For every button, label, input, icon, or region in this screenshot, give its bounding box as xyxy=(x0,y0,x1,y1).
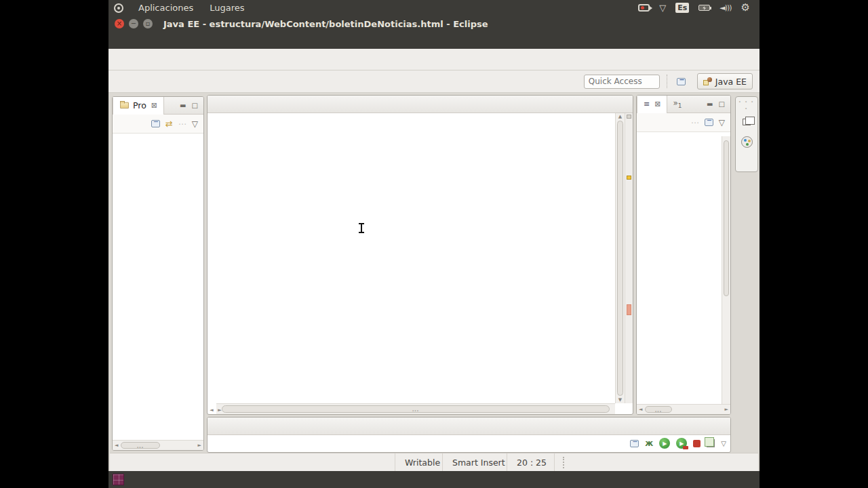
outline-toolbar: ⋯ ▽ xyxy=(637,113,730,132)
bottom-views-panel: ж ▶ ▶ ▽ xyxy=(207,417,731,453)
scroll-right-icon[interactable]: ► xyxy=(216,407,223,413)
focus-icon: ⋯ xyxy=(691,118,699,127)
menu-bar xyxy=(108,32,760,49)
window-maximize-button[interactable]: ▫ xyxy=(143,19,153,28)
writable-status: Writable xyxy=(395,453,442,472)
close-icon[interactable]: ⊠ xyxy=(654,100,660,108)
navigation-toolbar: Java EE xyxy=(108,70,760,93)
view-menu-icon[interactable]: ▽ xyxy=(721,440,726,447)
volume-icon[interactable]: ◄))) xyxy=(719,3,731,12)
overview-ruler[interactable] xyxy=(625,113,633,403)
servers-toolbar: ж ▶ ▶ ▽ xyxy=(630,438,726,449)
outline-tree xyxy=(637,139,722,404)
publish-icon[interactable] xyxy=(707,439,715,447)
perspective-button-javaee[interactable]: Java EE xyxy=(697,73,753,89)
maximize-view-icon[interactable]: □ xyxy=(192,102,198,109)
bottom-panel-tabs xyxy=(208,418,730,435)
project-explorer-tabs: Pro⊠ ▬□ xyxy=(113,97,203,115)
window-minimize-button[interactable]: − xyxy=(129,19,138,28)
applications-menu[interactable]: Aplicaciones xyxy=(130,0,201,16)
tab-project-explorer[interactable]: Pro⊠ xyxy=(113,97,164,115)
settings-gear-icon[interactable]: ⚙ xyxy=(741,0,750,16)
screen: Aplicaciones Lugares ▽ Es ◄))) ⚙ × − ▫ J… xyxy=(0,0,868,488)
editor-hscrollbar[interactable]: ◄ 🞄🞄🞄 ► xyxy=(216,403,615,414)
window-close-button[interactable]: × xyxy=(115,19,124,28)
editor-vscrollbar[interactable]: ▲ ▼ xyxy=(615,113,625,403)
collapse-all-icon[interactable] xyxy=(630,440,639,447)
collapse-all-icon[interactable] xyxy=(705,119,713,126)
scroll-left-icon[interactable]: ◄ xyxy=(208,407,215,413)
screen-recorder-icon[interactable] xyxy=(638,4,650,12)
window-titlebar: × − ▫ Java EE - estructura/WebContent/bo… xyxy=(108,16,760,32)
main-toolbar xyxy=(108,49,760,70)
collapse-all-icon[interactable] xyxy=(151,120,160,127)
quick-access-input[interactable] xyxy=(584,75,660,89)
warning-marker[interactable] xyxy=(627,176,631,180)
view-menu-icon[interactable]: ▽ xyxy=(192,119,198,129)
minimize-view-icon[interactable]: ▬ xyxy=(180,102,186,109)
outline-panel: ≡ ⊠ »1 ▬□ ⋯ ▽ ◄► 🞄🞄🞄 xyxy=(636,95,731,415)
places-menu[interactable]: Lugares xyxy=(201,0,252,16)
scroll-up-icon[interactable]: ▲ xyxy=(616,113,625,120)
scroll-down-icon[interactable]: ▼ xyxy=(616,396,625,403)
open-perspective-icon[interactable] xyxy=(675,75,688,88)
more-views-indicator[interactable]: »1 xyxy=(673,98,682,109)
window-list-taskbar xyxy=(108,471,760,488)
overview-header-marker xyxy=(627,115,631,119)
drag-handle[interactable]: 🞄 🞄 🞄 🞄 xyxy=(736,98,757,112)
restore-view-icon[interactable] xyxy=(743,119,751,125)
tab-outline[interactable]: ≡ ⊠ xyxy=(637,96,667,113)
workspace-switcher-icon[interactable] xyxy=(113,474,124,485)
collapsed-view-strip: 🞄 🞄 🞄 🞄 xyxy=(735,96,758,172)
insert-mode-status: Smart Insert xyxy=(442,453,507,472)
javaee-perspective-icon xyxy=(703,77,712,85)
start-server-icon[interactable]: ▶ xyxy=(659,438,670,449)
distro-logo-icon[interactable] xyxy=(114,3,123,13)
outline-vscrollbar[interactable] xyxy=(722,136,730,404)
editor-tabs xyxy=(208,96,633,113)
outline-hscrollbar[interactable]: ◄► 🞄🞄🞄 xyxy=(637,404,730,414)
project-tree xyxy=(113,138,201,440)
battery-icon[interactable] xyxy=(698,5,710,11)
outline-icon: ≡ xyxy=(644,100,650,108)
status-bar: Writable Smart Insert 20 : 25 xyxy=(110,453,758,471)
window-title: Java EE - estructura/WebContent/boletinD… xyxy=(163,19,488,29)
desktop: Aplicaciones Lugares ▽ Es ◄))) ⚙ × − ▫ J… xyxy=(108,0,760,488)
ubuntu-top-panel: Aplicaciones Lugares ▽ Es ◄))) ⚙ xyxy=(108,0,760,16)
keyboard-layout-indicator[interactable]: Es xyxy=(675,3,689,13)
view-menu-icon[interactable]: ▽ xyxy=(719,118,725,127)
project-explorer-toolbar: ⇄ ⋯ ▽ xyxy=(113,115,203,134)
maximize-view-icon[interactable]: □ xyxy=(719,100,725,108)
close-icon[interactable]: ⊠ xyxy=(151,101,157,110)
code-area[interactable] xyxy=(208,113,615,403)
caret-position-status: 20 : 25 xyxy=(507,453,554,472)
perspective-label: Java EE xyxy=(715,77,747,87)
project-explorer-icon xyxy=(120,102,129,108)
wifi-icon[interactable]: ▽ xyxy=(659,0,666,16)
stop-server-icon[interactable] xyxy=(693,440,701,447)
project-explorer-hscrollbar[interactable]: ◄► 🞄🞄🞄 xyxy=(113,440,203,450)
link-with-editor-icon[interactable]: ⇄ xyxy=(165,119,173,129)
profile-server-icon[interactable]: ▶ xyxy=(676,438,687,449)
palette-view-icon[interactable] xyxy=(741,136,753,148)
debug-server-icon[interactable]: ж xyxy=(645,439,653,448)
minimize-view-icon[interactable]: ▬ xyxy=(707,100,713,108)
project-explorer-panel: Pro⊠ ▬□ ⇄ ⋯ ▽ ◄► 🞄🞄🞄 xyxy=(112,96,204,451)
editor-panel: ▲ ▼ ◄ 🞄🞄🞄 ► xyxy=(207,95,633,415)
occurrence-marker[interactable] xyxy=(627,304,631,315)
focus-icon: ⋯ xyxy=(178,119,186,129)
system-tray: ▽ Es ◄))) ⚙ xyxy=(638,0,760,16)
outline-tabs: ≡ ⊠ »1 ▬□ xyxy=(637,96,730,113)
